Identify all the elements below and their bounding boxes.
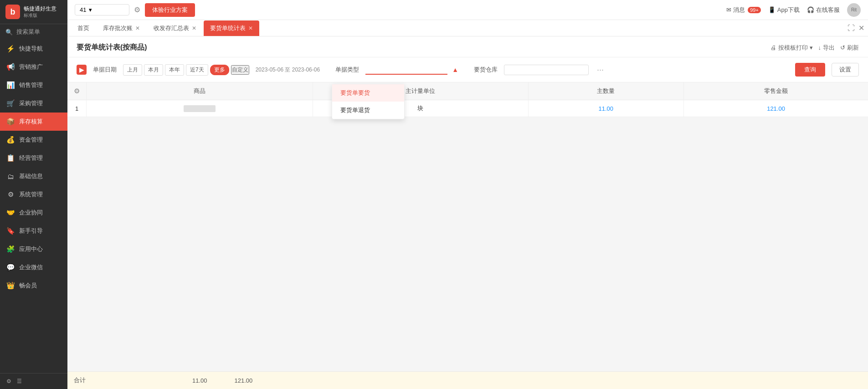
type-filter-label: 单据类型 [335, 66, 359, 74]
tab-summary-close[interactable]: ✕ [192, 25, 196, 31]
company-selector[interactable]: 41 ▾ [75, 4, 129, 15]
sidebar-logo: b 畅捷通好生意 标准版 [0, 0, 67, 24]
warehouse-filter-label: 要货仓库 [474, 66, 498, 74]
date-btn-more[interactable]: 更多 [210, 65, 229, 75]
tab-home-label: 首页 [77, 24, 89, 32]
chevron-down-icon: ▾ [89, 6, 92, 13]
operation-icon: 📋 [6, 154, 15, 162]
type-dropdown-menu: 要货单要货 要货单退货 [332, 84, 405, 119]
sidebar-item-label: 基础信息 [19, 172, 43, 180]
refresh-btn[interactable]: ↺ 刷新 [840, 44, 859, 52]
sidebar-item-sales[interactable]: 📊 销售管理 [0, 76, 67, 94]
tabs-close-icon[interactable]: ✕ [858, 24, 864, 32]
product-name-blurred [184, 105, 216, 112]
export-label: 导出 [823, 44, 835, 52]
company-selector-text: 41 [80, 6, 86, 13]
query-btn[interactable]: 查询 [795, 63, 825, 77]
date-btn-custom[interactable]: 自定义 [231, 65, 249, 75]
message-label: 消息 [733, 6, 745, 14]
sidebar-bottom: ⚙ ☰ [0, 373, 67, 389]
enterprise-icon: 🤝 [6, 209, 15, 217]
sidebar-item-guide[interactable]: 🔖 新手引导 [0, 222, 67, 240]
footer-amount: 121.00 [235, 377, 253, 384]
date-btn-this-month[interactable]: 本月 [144, 64, 163, 76]
sidebar-item-basic[interactable]: 🗂 基础信息 [0, 167, 67, 185]
amount-link[interactable]: 121.00 [767, 105, 785, 112]
table-settings-icon[interactable]: ⚙ [74, 87, 80, 95]
filter-bar: ▶ 单据日期 上月 本月 本年 近7天 更多 自定义 2023-05-06 至 … [67, 57, 868, 82]
more-filters-icon[interactable]: ··· [597, 65, 604, 75]
warehouse-filter-input[interactable] [504, 65, 589, 75]
col-quantity: 主数量 [528, 82, 684, 100]
sidebar-item-label: 采购管理 [19, 99, 43, 107]
tab-summary[interactable]: 收发存汇总表 ✕ [147, 20, 203, 36]
topbar: 41 ▾ ⚙ 体验行业方案 ✉ 消息 99+ 📱 App下载 🎧 在线客服 Ri… [67, 0, 868, 20]
dropdown-item-return[interactable]: 要货单退货 [332, 102, 404, 119]
sidebar-item-operation[interactable]: 📋 经营管理 [0, 149, 67, 167]
col-amount: 零售金额 [684, 82, 868, 100]
topbar-gear-icon[interactable]: ⚙ [134, 5, 140, 14]
row-quantity: 11.00 [528, 100, 684, 117]
avatar[interactable]: Rit [847, 3, 861, 17]
filter-expand-btn[interactable]: ▶ [77, 65, 87, 75]
app-download-btn[interactable]: 📱 App下载 [768, 6, 800, 14]
tab-batch[interactable]: 库存批次账 ✕ [97, 20, 146, 36]
avatar-text: Rit [851, 7, 857, 12]
search-menu[interactable]: 🔍 搜索菜单 [0, 24, 67, 40]
date-btn-last-month[interactable]: 上月 [123, 64, 142, 76]
row-index: 1 [67, 100, 87, 117]
print-label: 按模板打印 [778, 44, 808, 52]
finance-icon: 💰 [6, 136, 15, 144]
date-btn-last-7-days[interactable]: 近7天 [186, 64, 208, 76]
sidebar-item-label: 销售管理 [19, 81, 43, 89]
page-title: 要货单统计表(按商品) [77, 43, 147, 52]
search-icon: 🔍 [5, 29, 13, 36]
tabs-actions: ⛶ ✕ [847, 24, 864, 32]
sidebar-item-finance[interactable]: 💰 资金管理 [0, 131, 67, 149]
message-btn[interactable]: ✉ 消息 99+ [726, 6, 761, 14]
type-filter-input[interactable] [365, 65, 447, 75]
sidebar-item-quick-nav[interactable]: ⚡ 快捷导航 [0, 40, 67, 58]
tab-batch-close[interactable]: ✕ [135, 25, 140, 31]
dropdown-item-order[interactable]: 要货单要货 [332, 84, 404, 102]
print-icon: 🖨 [770, 44, 776, 51]
sidebar-item-member[interactable]: 👑 畅会员 [0, 276, 67, 295]
tabs-maximize-icon[interactable]: ⛶ [847, 24, 855, 32]
tab-order-stat-close[interactable]: ✕ [248, 25, 253, 31]
sidebar-item-purchase[interactable]: 🛒 采购管理 [0, 94, 67, 113]
table-footer-wrap: 合计 11.00 121.00 [67, 371, 868, 389]
sidebar-settings-icon[interactable]: ⚙ [6, 378, 11, 384]
service-btn[interactable]: 🎧 在线客服 [807, 6, 840, 14]
col-settings: ⚙ [67, 82, 87, 100]
sidebar-collapse-icon[interactable]: ☰ [17, 378, 22, 384]
sidebar-item-wechat[interactable]: 💬 企业微信 [0, 258, 67, 276]
page-header: 要货单统计表(按商品) 🖨 按模板打印 ▾ ↓ 导出 ↺ 刷新 [67, 36, 868, 57]
print-btn[interactable]: 🖨 按模板打印 ▾ [770, 44, 813, 52]
sidebar-item-app[interactable]: 🧩 应用中心 [0, 240, 67, 258]
tab-order-stat-label: 要货单统计表 [210, 24, 246, 32]
sidebar-item-marketing[interactable]: 📢 营销推广 [0, 58, 67, 76]
date-btn-this-year[interactable]: 本年 [165, 64, 184, 76]
quantity-link[interactable]: 11.00 [599, 105, 614, 112]
marketing-icon: 📢 [6, 63, 15, 71]
sidebar-item-label: 快捷导航 [19, 45, 43, 53]
footer-total-label: 合计 [74, 376, 92, 384]
main-area: 41 ▾ ⚙ 体验行业方案 ✉ 消息 99+ 📱 App下载 🎧 在线客服 Ri… [67, 0, 868, 389]
sidebar-item-enterprise[interactable]: 🤝 企业协同 [0, 204, 67, 222]
tab-summary-label: 收发存汇总表 [154, 24, 189, 32]
export-btn[interactable]: ↓ 导出 [818, 44, 835, 52]
sidebar-item-label: 畅会员 [19, 282, 37, 290]
purchase-icon: 🛒 [6, 99, 15, 107]
message-icon: ✉ [726, 6, 731, 13]
sidebar-item-system[interactable]: ⚙ 系统管理 [0, 185, 67, 204]
type-dropdown-arrow[interactable]: ▲ [452, 66, 458, 73]
tab-order-stat[interactable]: 要货单统计表 ✕ [204, 20, 259, 36]
trial-btn[interactable]: 体验行业方案 [145, 3, 195, 17]
inventory-icon: 📦 [6, 118, 15, 126]
table-footer: 合计 11.00 121.00 [67, 371, 868, 389]
tab-home[interactable]: 首页 [71, 20, 96, 36]
settings-btn[interactable]: 设置 [832, 63, 859, 77]
export-icon: ↓ [818, 44, 822, 51]
member-icon: 👑 [6, 282, 15, 290]
sidebar-item-inventory[interactable]: 📦 库存核算 [0, 113, 67, 131]
